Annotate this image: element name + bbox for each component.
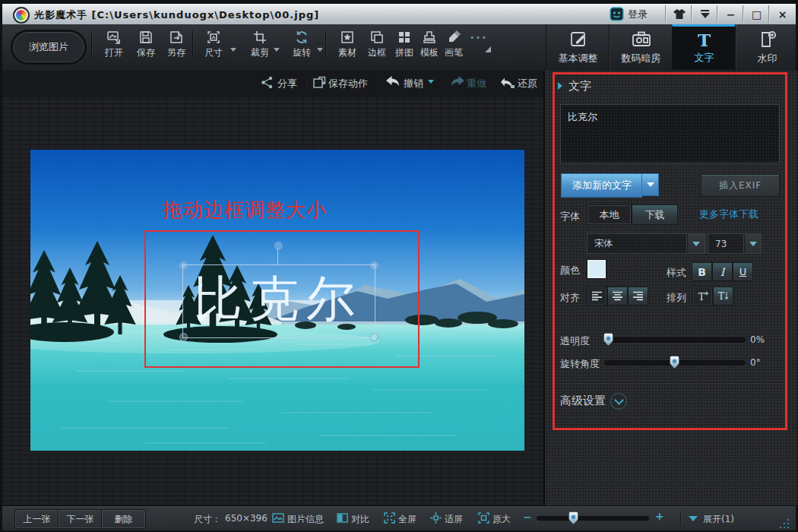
frame-button[interactable]: 边框 <box>362 28 392 59</box>
rotate-button[interactable]: 旋转 <box>287 28 317 59</box>
tab-watermark[interactable]: 水印 <box>735 24 798 70</box>
rollup-button[interactable] <box>692 5 717 23</box>
close-button[interactable]: × <box>770 5 795 23</box>
resize-dropdown-caret-icon[interactable] <box>230 48 236 52</box>
redo-button[interactable]: 重做 <box>467 77 486 90</box>
chevron-down-icon <box>701 13 710 18</box>
resize-button[interactable]: 尺寸 <box>198 28 229 59</box>
prev-image-button[interactable]: 上一张 <box>15 510 59 528</box>
resize-grip[interactable] <box>780 519 790 528</box>
toolbar-separator <box>325 30 326 58</box>
zoom-slider-track[interactable] <box>537 516 649 521</box>
save-as-icon <box>161 28 192 46</box>
tab-text[interactable]: T 文字 <box>672 24 736 70</box>
minimize-button[interactable]: − <box>718 5 743 23</box>
rotate-dropdown-caret-icon[interactable] <box>317 48 323 52</box>
zoom-out-button[interactable]: − <box>523 511 532 523</box>
open-icon <box>99 28 129 46</box>
compare-button[interactable]: 对比 <box>351 513 369 526</box>
image-info-icon <box>272 513 284 523</box>
size-label: 尺寸： <box>194 513 221 526</box>
edit-square-icon <box>568 30 588 49</box>
maximize-button[interactable]: □ <box>744 5 769 23</box>
toolbar-separator <box>91 30 92 58</box>
login-label: 登录 <box>628 8 648 21</box>
annotation-rect-panel <box>553 72 787 430</box>
fit-screen-icon <box>430 512 442 524</box>
undo-icon <box>385 75 401 89</box>
window-title: 光影魔术手 [C:\Users\kunduogx\Desktop\00.jpg] <box>34 8 319 22</box>
tab-digital-darkroom[interactable]: 数码暗房 <box>609 24 673 70</box>
save-action-button[interactable]: 保存动作 <box>328 77 368 90</box>
save-icon <box>131 28 161 46</box>
restore-icon <box>500 75 515 89</box>
material-star-icon <box>332 28 363 46</box>
camera-icon <box>631 30 652 49</box>
app-logo-icon <box>13 7 30 24</box>
more-dots-icon: ••• <box>464 28 494 46</box>
zoom-in-button[interactable]: + <box>655 510 664 522</box>
delete-image-button[interactable]: 删除 <box>102 510 145 528</box>
open-button[interactable]: 打开 <box>99 28 129 59</box>
divider <box>743 5 743 23</box>
divider <box>691 5 692 23</box>
save-button[interactable]: 保存 <box>131 28 161 59</box>
avatar-smiley-icon <box>610 7 624 21</box>
drag-hint-annotation: 拖动边框调整大小 <box>163 197 360 223</box>
divider <box>768 5 769 23</box>
shirt-icon <box>673 8 686 20</box>
crop-icon <box>245 28 275 46</box>
actual-size-icon <box>478 512 489 524</box>
size-value: 650×396 <box>225 513 268 524</box>
fit-screen-button[interactable]: 适屏 <box>445 513 463 526</box>
divider <box>717 5 717 23</box>
more-tools-button[interactable]: ••• <box>464 28 494 52</box>
rotate-icon <box>287 28 317 46</box>
crop-button[interactable]: 裁剪 <box>245 28 275 59</box>
tab-basic-adjust[interactable]: 基本调整 <box>546 24 610 70</box>
save-as-button[interactable]: 另存 <box>161 28 192 59</box>
share-icon <box>261 76 274 89</box>
divider <box>375 75 375 92</box>
restore-button[interactable]: 还原 <box>518 77 537 90</box>
toolbar-separator <box>192 30 193 58</box>
fullscreen-button[interactable]: 全屏 <box>398 513 416 526</box>
save-action-icon <box>312 76 326 89</box>
browse-images-button[interactable]: 浏览图片 <box>13 32 84 62</box>
actual-size-button[interactable]: 原大 <box>492 513 511 526</box>
share-button[interactable]: 分享 <box>277 77 297 90</box>
login-button[interactable]: 登录 <box>610 6 648 22</box>
frame-icon <box>362 28 392 46</box>
material-button[interactable]: 素材 <box>332 28 363 59</box>
skin-button[interactable] <box>667 5 692 23</box>
rollup-bar-icon <box>701 10 709 11</box>
compare-icon <box>337 513 348 523</box>
divider <box>665 5 666 23</box>
divider <box>680 511 681 526</box>
next-image-button[interactable]: 下一张 <box>59 510 102 528</box>
crop-dropdown-caret-icon[interactable] <box>274 48 280 52</box>
image-info-button[interactable]: 图片信息 <box>287 513 324 526</box>
expand-button[interactable]: 展开(1) <box>703 513 734 526</box>
undo-button[interactable]: 撤销 <box>404 77 423 90</box>
annotation-rect-canvas <box>144 230 420 368</box>
title-bar: 光影魔术手 [C:\Users\kunduogx\Desktop\00.jpg]… <box>2 4 796 25</box>
corner-triangle-icon <box>485 46 491 52</box>
expand-caret-icon <box>689 516 698 521</box>
text-T-icon: T <box>698 32 711 49</box>
undo-dropdown-caret-icon[interactable] <box>428 80 434 84</box>
watermark-page-icon <box>758 30 777 49</box>
app-window: 光影魔术手 [C:\Users\kunduogx\Desktop\00.jpg]… <box>0 0 798 532</box>
divider <box>305 75 306 92</box>
fullscreen-icon <box>384 512 395 524</box>
redo-icon <box>450 75 466 89</box>
resize-icon <box>198 28 229 46</box>
